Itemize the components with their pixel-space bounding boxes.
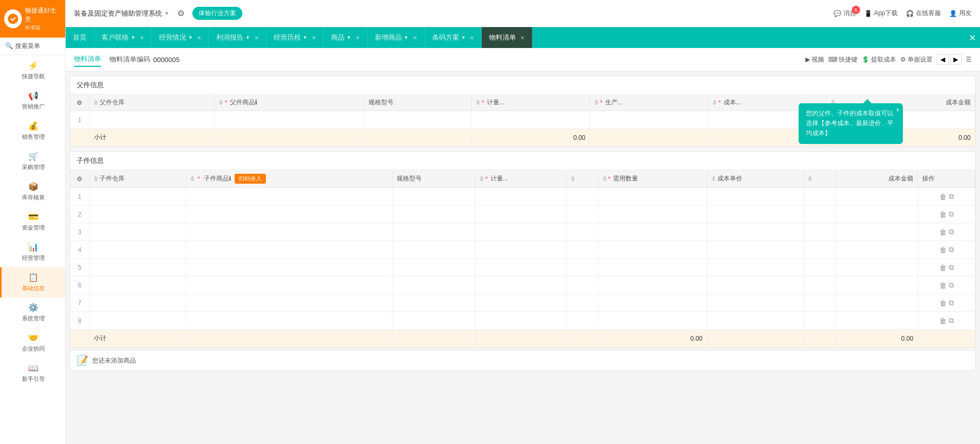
copy-icon[interactable]: ⧉ (949, 298, 954, 307)
sub-tab-list[interactable]: 物料清单 (74, 52, 101, 67)
video-icon: ▶ (805, 56, 810, 63)
tab-new-goods[interactable]: 新增商品 ▼ ✕ (368, 27, 425, 48)
child-th-gear[interactable]: ⚙ (70, 170, 89, 188)
layout-icon: ☰ (966, 56, 972, 63)
sales-icon: 💰 (28, 121, 39, 131)
delete-icon[interactable]: 🗑 (939, 281, 947, 290)
copy-icon[interactable]: ⧉ (949, 281, 954, 290)
delete-icon[interactable]: 🗑 (939, 246, 947, 254)
sidebar-item-basic[interactable]: 📋 基础信息 (0, 267, 65, 297)
search-menu[interactable]: 🔍 搜索菜单 (0, 38, 65, 55)
delete-icon[interactable]: 🗑 (939, 317, 947, 325)
sidebar-item-guide[interactable]: 📖 新手引导 (0, 358, 65, 388)
tab-close-icon[interactable]: ✕ (413, 35, 417, 41)
parent-th-gear[interactable]: ⚙ (70, 94, 89, 111)
system-dropdown-icon[interactable]: ▼ (164, 10, 169, 16)
tab-barcode[interactable]: 条码方案 ▼ ✕ (425, 27, 482, 48)
tab-close-icon[interactable]: ✕ (312, 35, 316, 41)
settings-icon: ⚙ (900, 56, 906, 63)
system-icon: ⚙️ (28, 303, 39, 313)
tab-customers[interactable]: 客户联络 ▼ ✕ (94, 27, 152, 48)
parent-section-title: 父件信息 (70, 76, 975, 94)
tab-close-icon[interactable]: ✕ (254, 35, 259, 41)
nav-tabs: 首页 客户联络 ▼ ✕ 经营情况 ▼ ✕ 利润报告 ▼ ✕ 经营历程 ▼ ✕ 商… (66, 27, 980, 48)
settings-icon[interactable]: ⚙ (174, 6, 188, 21)
table-row: 4 🗑⧉ (70, 241, 975, 259)
copy-icon[interactable]: ⧉ (949, 210, 954, 219)
layout-button[interactable]: ☰ (966, 56, 972, 63)
sidebar-item-purchase[interactable]: 🛒 采购管理 (0, 146, 65, 176)
child-th-goods: *子件商品ℹ 扫码录入 (186, 170, 393, 188)
logo-text: 畅捷通好生意 (25, 6, 61, 24)
close-all-tabs-button[interactable]: ✕ (965, 27, 980, 48)
topbar: 装备及固定资产辅助管理系统 ▼ ⚙ 体验行业方案 💬 消息 6 📱 App下载 … (66, 0, 980, 27)
delete-icon[interactable]: 🗑 (939, 193, 947, 201)
tab-dropdown-icon: ▼ (131, 35, 136, 40)
cost-tooltip: × 您的父件、子件的成本取值可以选择【参考成本、最新进价、平均成本】 (799, 103, 903, 144)
next-button[interactable]: ▶ (950, 54, 962, 65)
delete-icon[interactable]: 🗑 (939, 228, 947, 236)
child-th-unit-cost: 成本单价 (707, 170, 803, 188)
headset-icon: 🎧 (906, 10, 914, 17)
tab-history[interactable]: 经营历程 ▼ ✕ (266, 27, 324, 48)
sidebar-item-system[interactable]: ⚙️ 系统管理 (0, 297, 65, 328)
tab-close-icon[interactable]: ✕ (520, 35, 524, 41)
marketing-icon: 📢 (28, 91, 39, 101)
sidebar-item-sales[interactable]: 💰 销售管理 (0, 116, 65, 146)
view-video-button[interactable]: ▶ 视频 (805, 55, 824, 64)
child-th-warehouse: 子件仓库 (89, 170, 186, 188)
logo-icon (4, 9, 22, 28)
child-table: ⚙ 子件仓库 *子件商品ℹ 扫码录入 (70, 170, 975, 347)
table-row: 7 🗑⧉ (70, 294, 975, 312)
copy-icon[interactable]: ⧉ (949, 192, 954, 201)
user-icon: 👤 (949, 10, 957, 17)
sidebar-item-enterprise[interactable]: 🤝 企业协同 (0, 328, 65, 358)
sidebar-item-marketing[interactable]: 📢 营销推广 (0, 86, 65, 116)
app-download-button[interactable]: 📱 App下载 (864, 9, 898, 18)
sidebar-item-quick-nav[interactable]: ⚡ 快捷导航 (0, 55, 65, 86)
copy-icon[interactable]: ⧉ (949, 316, 954, 325)
purchase-icon: 🛒 (28, 151, 39, 161)
child-section: 子件信息 ⚙ 子件仓库 (70, 151, 976, 348)
prev-button[interactable]: ◀ (937, 54, 949, 65)
tab-operations[interactable]: 经营情况 ▼ ✕ (152, 27, 209, 48)
child-th-extra (566, 170, 598, 188)
tooltip-close-button[interactable]: × (896, 105, 900, 115)
sidebar-item-ops[interactable]: 📊 经营管理 (0, 237, 65, 267)
child-section-title: 子件信息 (70, 152, 975, 170)
notification-button[interactable]: 💬 消息 6 (834, 9, 856, 18)
tab-bom[interactable]: 物料清单 ✕ (482, 27, 532, 48)
tab-dropdown-icon: ▼ (347, 35, 351, 40)
delete-icon[interactable]: 🗑 (939, 210, 947, 219)
copy-icon[interactable]: ⧉ (949, 245, 954, 254)
sidebar-item-inventory[interactable]: 📦 库存核算 (0, 176, 65, 207)
extract-cost-button[interactable]: 💲 提取成本 (862, 55, 896, 64)
tab-close-icon[interactable]: ✕ (356, 35, 360, 41)
delete-icon[interactable]: 🗑 (939, 263, 947, 272)
logo-sub: 标准版 (25, 24, 61, 31)
child-th-unit: *计量... (475, 170, 566, 188)
tab-profit[interactable]: 利润报告 ▼ ✕ (209, 27, 266, 48)
tab-close-icon[interactable]: ✕ (470, 35, 474, 41)
shortcut-button[interactable]: ⌨ 快捷键 (828, 55, 858, 64)
delete-icon[interactable]: 🗑 (939, 299, 947, 307)
tab-close-icon[interactable]: ✕ (197, 35, 201, 41)
user-avatar[interactable]: 👤 用友 (949, 9, 972, 18)
sub-header: 物料清单 物料清单编码 0000005 ▶ 视频 ⌨ 快捷键 💲 提取成本 (66, 48, 980, 71)
sidebar-item-finance[interactable]: 💳 资金管理 (0, 207, 65, 237)
trial-button[interactable]: 体验行业方案 (192, 7, 242, 20)
tab-home[interactable]: 首页 (66, 27, 94, 48)
finance-icon: 💳 (28, 212, 39, 222)
parent-th-unit: *计量... (472, 94, 590, 111)
tab-dropdown-icon: ▼ (303, 35, 308, 40)
scan-input-button[interactable]: 扫码录入 (235, 174, 266, 184)
copy-icon[interactable]: ⧉ (949, 227, 954, 236)
tab-goods[interactable]: 商品 ▼ ✕ (324, 27, 368, 48)
search-icon: 🔍 (5, 42, 13, 50)
online-service-button[interactable]: 🎧 在线客服 (906, 9, 941, 18)
tab-close-icon[interactable]: ✕ (140, 35, 144, 41)
tab-dropdown-icon: ▼ (404, 35, 409, 40)
table-row: 6 🗑⧉ (70, 277, 975, 294)
single-settings-button[interactable]: ⚙ 单据设置 (900, 55, 933, 64)
copy-icon[interactable]: ⧉ (949, 263, 954, 272)
